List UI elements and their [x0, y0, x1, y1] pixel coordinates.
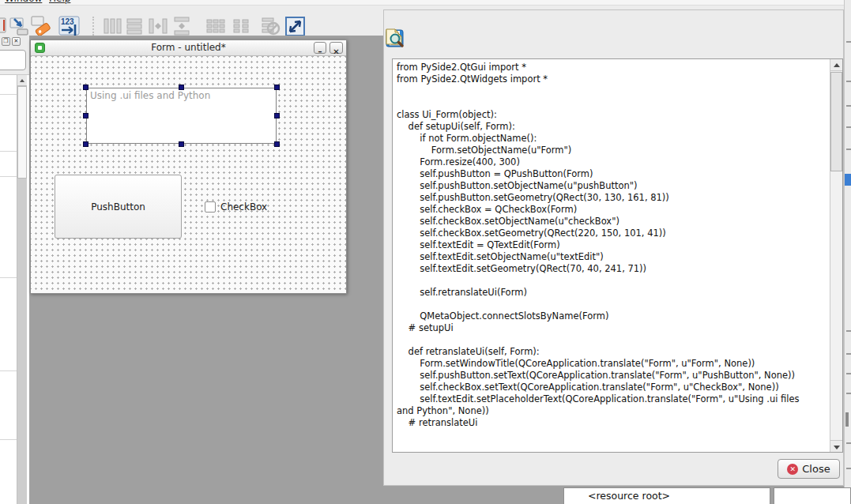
layout-vertically-icon: [123, 15, 145, 37]
code-text[interactable]: from PySide2.QtGui import * from PySide2…: [393, 59, 829, 429]
scrollbar-thumb[interactable]: [830, 72, 842, 171]
checkbox-label: CheckBox: [220, 201, 267, 213]
close-button-label: Close: [802, 463, 830, 475]
code-scrollbar[interactable]: [830, 59, 842, 452]
selection-handle[interactable]: [179, 141, 184, 147]
selection-handle[interactable]: [274, 85, 280, 90]
qt-designer-screen: Window Help 123: [0, 0, 851, 504]
widget-box-scrollbar[interactable]: [17, 75, 27, 504]
layout-form-icon: [230, 15, 252, 37]
menu-help[interactable]: Help: [49, 0, 70, 4]
find-icon[interactable]: [384, 28, 405, 48]
adjust-size-icon[interactable]: [284, 15, 306, 37]
selection-handle[interactable]: [83, 85, 88, 90]
textedit-widget[interactable]: Using .ui files and Python: [86, 88, 277, 144]
form-canvas[interactable]: Using .ui files and Python PushButton Ch…: [31, 56, 346, 293]
widget-category-divider: [0, 439, 17, 440]
edit-signals-slots-icon[interactable]: [9, 15, 31, 37]
tree-branch-tick: [846, 330, 851, 332]
scroll-down-icon[interactable]: [830, 440, 842, 452]
edit-tab-order-icon[interactable]: 123: [58, 15, 81, 37]
edit-buddies-icon[interactable]: [31, 15, 53, 37]
selection-handle[interactable]: [274, 113, 280, 118]
widget-category-divider: [0, 151, 17, 152]
tree-branch-tick: [846, 353, 851, 355]
tree-branch-tick: [846, 41, 851, 43]
minimize-button[interactable]: [314, 42, 326, 54]
menu-window[interactable]: Window: [5, 0, 42, 4]
selection-handle[interactable]: [83, 113, 88, 118]
pushbutton-label: PushButton: [91, 201, 145, 213]
toolbar-separator: [92, 17, 94, 36]
checkbox-widget[interactable]: CheckBox: [205, 190, 284, 223]
tree-branch-tick: [846, 81, 851, 82]
panel-close-icon[interactable]: ✕: [12, 37, 21, 46]
tree-branch-tick: [846, 442, 851, 444]
code-preview-dialog: from PySide2.QtGui import * from PySide2…: [383, 9, 844, 486]
tree-branch-tick: [846, 468, 851, 469]
textedit-placeholder: Using .ui files and Python: [90, 90, 210, 101]
widget-category-divider: [0, 94, 17, 95]
widget-filter-input[interactable]: [0, 50, 26, 70]
form-window-title: Form - untitled*: [31, 42, 346, 53]
code-text-area[interactable]: from PySide2.QtGui import * from PySide2…: [392, 58, 843, 453]
scrollbar-thumb[interactable]: [17, 86, 27, 179]
checkbox-box[interactable]: [205, 201, 216, 213]
selection-handle[interactable]: [274, 141, 280, 147]
tree-branch-tick: [846, 373, 851, 374]
scroll-up-icon[interactable]: [830, 59, 842, 71]
layout-vertically-splitter-icon: [171, 15, 193, 37]
tree-branch-tick: [846, 105, 851, 107]
tree-branch-tick: [846, 149, 851, 150]
break-layout-icon: [260, 15, 282, 37]
scrollbar-sliver: [845, 412, 849, 427]
form-window-titlebar[interactable]: Form - untitled*: [31, 40, 346, 56]
form-editor-window: Form - untitled* Using .ui files and Pyt…: [30, 39, 347, 294]
selected-row-sliver: [845, 174, 851, 186]
property-panel-edge: [844, 0, 851, 504]
tree-branch-tick: [846, 126, 851, 128]
layout-horizontally-icon: [101, 15, 123, 37]
close-button[interactable]: [329, 42, 343, 54]
resource-browser-panel: <resource root>: [563, 487, 770, 504]
dialog-close-button[interactable]: Close: [778, 459, 840, 479]
pushbutton-widget[interactable]: PushButton: [55, 175, 182, 239]
tree-branch-tick: [846, 393, 851, 394]
widget-box-panel: ❐ ✕: [0, 36, 29, 504]
widget-box-list: [0, 74, 29, 504]
resource-root-item[interactable]: <resource root>: [588, 490, 670, 502]
layout-horizontally-splitter-icon: [147, 15, 169, 37]
close-circle-icon: [787, 464, 798, 475]
scroll-up-icon[interactable]: [17, 75, 27, 86]
svg-text:123: 123: [61, 17, 74, 26]
selection-handle[interactable]: [83, 141, 88, 147]
widget-category-divider: [0, 277, 17, 278]
widget-category-divider: [0, 176, 17, 177]
selection-handle[interactable]: [179, 85, 184, 90]
resource-browser-side-panel: [774, 487, 851, 504]
widget-category-divider: [0, 370, 17, 371]
panel-float-icon[interactable]: ❐: [2, 37, 10, 46]
menubar: Window Help: [0, 0, 851, 6]
layout-grid-icon: [205, 15, 227, 37]
